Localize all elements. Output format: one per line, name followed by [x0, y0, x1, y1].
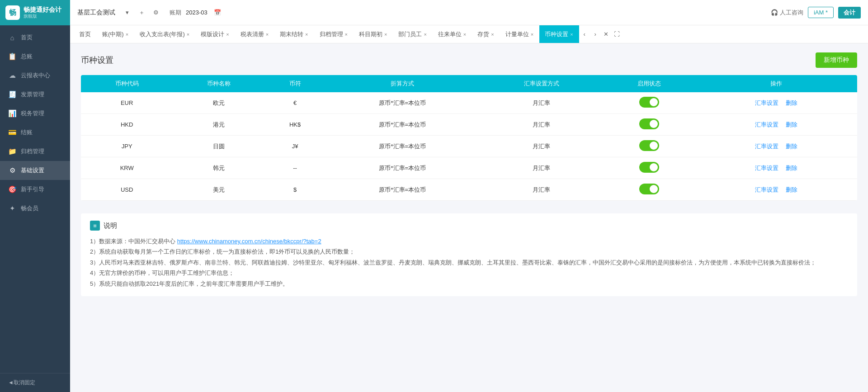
- tab-next-btn[interactable]: ›: [590, 29, 601, 40]
- rate-settings-link[interactable]: 汇率设置: [755, 186, 778, 193]
- tab-label-taxclear: 税表清册: [241, 30, 264, 38]
- tab-label-stock: 存货: [477, 30, 489, 38]
- tab-close-period[interactable]: ×: [126, 32, 128, 37]
- tab-dept[interactable]: 部门员工 ×: [393, 25, 432, 43]
- sidebar-item-label: 税务管理: [21, 109, 44, 118]
- add-tab-btn[interactable]: ＋: [136, 7, 147, 18]
- sidebar-item-guide[interactable]: 🎯新手引导: [0, 180, 70, 199]
- table-column-header: 币符: [265, 75, 326, 92]
- sidebar-item-tax[interactable]: 📊税务管理: [0, 104, 70, 123]
- sidebar-item-ledger[interactable]: 📋总账: [0, 47, 70, 66]
- currency-enabled: [603, 92, 695, 114]
- sidebar-item-invoice[interactable]: 🧾发票管理: [0, 85, 70, 104]
- tab-archive[interactable]: 归档管理 ×: [314, 25, 354, 43]
- tab-stock[interactable]: 存货 ×: [472, 25, 500, 43]
- tab-close-currency[interactable]: ×: [570, 32, 573, 37]
- currency-code: HKD: [81, 114, 173, 136]
- tab-home[interactable]: 首页: [74, 25, 97, 43]
- tab-close-all-btn[interactable]: ✕: [601, 29, 612, 40]
- tab-label-archive: 归档管理: [320, 30, 343, 38]
- sidebar-item-member[interactable]: ✦畅会员: [0, 199, 70, 218]
- rate-settings-link[interactable]: 汇率设置: [755, 143, 778, 150]
- tab-close-stock[interactable]: ×: [491, 32, 494, 37]
- rate-settings-link[interactable]: 汇率设置: [755, 165, 778, 171]
- settings-btn[interactable]: ⚙: [151, 7, 161, 18]
- tab-expand-btn[interactable]: ⛶: [612, 29, 623, 40]
- table-column-header: 操作: [695, 75, 857, 92]
- tab-close-measure[interactable]: ×: [531, 32, 533, 37]
- tab-units[interactable]: 往来单位 ×: [433, 25, 472, 43]
- tab-label-home: 首页: [79, 30, 91, 38]
- calendar-icon[interactable]: 📅: [214, 9, 221, 16]
- tab-label-period: 账(中期): [102, 30, 124, 38]
- delete-link[interactable]: 删除: [786, 186, 797, 193]
- tab-currency[interactable]: 币种设置 ×: [539, 25, 579, 43]
- sidebar-nav: ⌂首页📋总账☁云报表中心🧾发票管理📊税务管理💳结账📁归档管理⚙基础设置🎯新手引导…: [0, 25, 70, 373]
- currency-rate-type: 月汇率: [480, 179, 603, 201]
- rate-settings-link[interactable]: 汇率设置: [755, 99, 778, 106]
- tab-taxclear[interactable]: 税表清册 ×: [235, 25, 274, 43]
- new-currency-btn[interactable]: 新增币种: [816, 52, 857, 68]
- tab-subject[interactable]: 科目期初 ×: [354, 25, 393, 43]
- tab-close-subject[interactable]: ×: [384, 32, 387, 37]
- notes-list: 1）数据来源：中国外汇交易中心 https://www.chinamoney.c…: [90, 236, 848, 289]
- sidebar-item-label: 结账: [21, 128, 33, 137]
- tab-prev-btn[interactable]: ‹: [579, 29, 590, 40]
- sidebar: 畅 畅捷通好会计 旗舰版 ⌂首页📋总账☁云报表中心🧾发票管理📊税务管理💳结账📁归…: [0, 0, 70, 392]
- sidebar-item-label: 畅会员: [21, 204, 38, 213]
- currency-symbol: $: [265, 179, 326, 201]
- guide-icon: 🎯: [8, 185, 16, 194]
- currency-name: 韩元: [173, 157, 264, 179]
- tab-measure[interactable]: 计量单位 ×: [500, 25, 539, 43]
- tab-close-income[interactable]: ×: [187, 32, 189, 37]
- rate-settings-link[interactable]: 汇率设置: [755, 121, 778, 128]
- currency-rate-type: 月汇率: [480, 157, 603, 179]
- tab-close-archive[interactable]: ×: [345, 32, 348, 37]
- enable-toggle[interactable]: [639, 184, 659, 194]
- sidebar-item-checkout[interactable]: 💳结账: [0, 123, 70, 142]
- table-row: KRW韩元--原币*汇率=本位币月汇率汇率设置删除: [81, 157, 857, 179]
- currency-calc: 原币*汇率=本位币: [326, 136, 480, 157]
- delete-link[interactable]: 删除: [786, 99, 797, 106]
- tab-income[interactable]: 收入支出表(年报) ×: [134, 25, 195, 43]
- sidebar-item-settings[interactable]: ⚙基础设置: [0, 161, 70, 180]
- user-btn[interactable]: 会计: [838, 7, 861, 19]
- topbar-actions: ▾ ＋ ⚙: [122, 7, 161, 18]
- currency-enabled: [603, 114, 695, 136]
- enable-toggle[interactable]: [639, 162, 659, 173]
- sidebar-item-reports[interactable]: ☁云报表中心: [0, 66, 70, 85]
- sidebar-item-label: 发票管理: [21, 90, 44, 99]
- account-btn[interactable]: iAM *: [808, 7, 834, 18]
- member-icon: ✦: [8, 204, 16, 213]
- company-dropdown-btn[interactable]: ▾: [122, 7, 132, 18]
- delete-link[interactable]: 删除: [786, 143, 797, 150]
- notes-item: 5）系统只能自动抓取2021年度后的汇率，之前年度汇率需要用户手工维护。: [90, 279, 848, 289]
- table-row: EUR欧元€原币*汇率=本位币月汇率汇率设置删除: [81, 92, 857, 114]
- notes-external-link[interactable]: https://www.chinamoney.com.cn/chinese/bk…: [177, 238, 321, 245]
- home-icon: ⌂: [8, 34, 16, 42]
- sidebar-pin-toggle[interactable]: ◄取消固定: [0, 373, 70, 392]
- delete-link[interactable]: 删除: [786, 165, 797, 171]
- tab-close-template[interactable]: ×: [226, 32, 229, 37]
- enable-toggle[interactable]: [639, 140, 659, 151]
- currency-name: 日圆: [173, 136, 264, 157]
- enable-toggle[interactable]: [639, 118, 659, 129]
- tab-period_end[interactable]: 期末结转 ×: [274, 25, 314, 43]
- sidebar-item-home[interactable]: ⌂首页: [0, 28, 70, 47]
- tab-period[interactable]: 账(中期) ×: [97, 25, 134, 43]
- tab-template[interactable]: 模版设计 ×: [195, 25, 235, 43]
- tab-label-template: 模版设计: [201, 30, 224, 38]
- notes-icon: ≡: [90, 221, 100, 231]
- sidebar-item-archive[interactable]: 📁归档管理: [0, 142, 70, 161]
- delete-link[interactable]: 删除: [786, 121, 797, 128]
- app-sub: 旗舰版: [24, 13, 61, 19]
- currency-actions: 汇率设置删除: [695, 157, 857, 179]
- tab-close-taxclear[interactable]: ×: [266, 32, 269, 37]
- tab-close-dept[interactable]: ×: [424, 32, 426, 37]
- tab-close-units[interactable]: ×: [463, 32, 466, 37]
- currency-calc: 原币*汇率=本位币: [326, 179, 480, 201]
- enable-toggle[interactable]: [639, 97, 659, 108]
- service-btn[interactable]: 🎧 人工咨询: [771, 9, 803, 17]
- tab-close-period_end[interactable]: ×: [305, 32, 308, 37]
- currency-actions: 汇率设置删除: [695, 136, 857, 157]
